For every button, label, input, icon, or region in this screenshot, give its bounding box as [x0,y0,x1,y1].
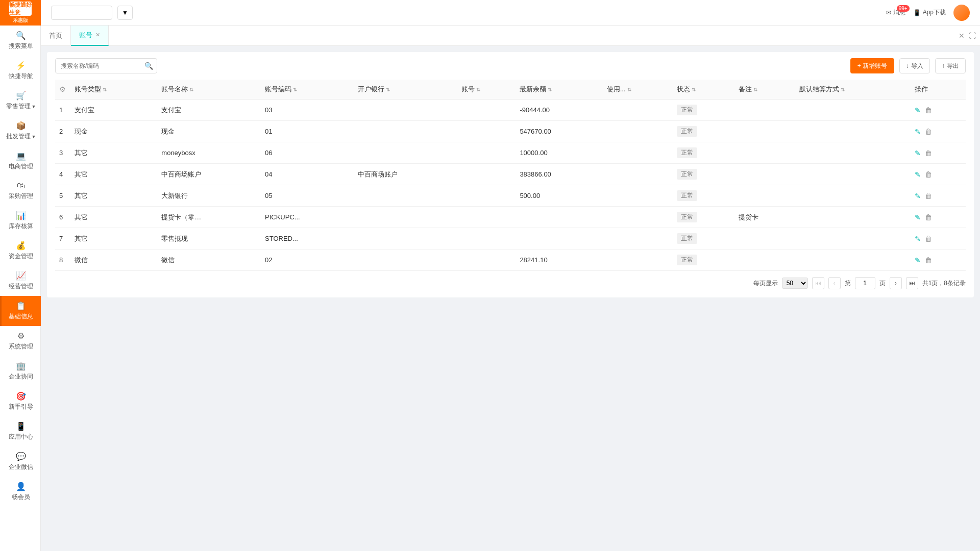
column-status[interactable]: 状态⇅ [673,80,734,99]
row-status: 正常 [673,121,734,142]
row-account [457,99,516,121]
column-remark[interactable]: 备注⇅ [734,80,795,99]
column-usage[interactable]: 使用...⇅ [603,80,673,99]
sort-payment-icon: ⇅ [841,87,845,92]
sidebar-item-finance[interactable]: 💰 资金管理 [0,236,41,266]
next-page-button[interactable]: › [890,277,902,289]
edit-button[interactable]: ✎ [915,128,921,136]
edit-button[interactable]: ✎ [915,235,921,243]
column-account[interactable]: 账号⇅ [457,80,516,99]
row-action: ✎ 🗑 [911,249,966,271]
tab-home[interactable]: 首页 [41,26,71,46]
sidebar-item-retail[interactable]: 🛒 零售管理 ▼ [0,86,41,116]
sidebar-item-label-operations: 经营管理 [9,282,33,291]
tab-account[interactable]: 账号 ✕ [71,26,109,46]
user-avatar[interactable] [953,5,970,21]
sidebar-item-wholesale[interactable]: 📦 批发管理 ▼ [0,116,41,146]
sidebar-item-label-inventory: 库存核算 [9,222,33,231]
column-name[interactable]: 账号名称⇅ [157,80,261,99]
sidebar-item-operations[interactable]: 📈 经营管理 [0,266,41,296]
row-remark [734,142,795,164]
edit-button[interactable]: ✎ [915,149,921,157]
top-search-input[interactable] [51,6,112,20]
delete-button[interactable]: 🗑 [925,256,932,264]
app-download-button[interactable]: 📱 App下载 [913,8,946,17]
sidebar-item-search[interactable]: 🔍 搜索菜单 [0,26,41,56]
delete-button[interactable]: 🗑 [925,192,932,200]
tab-close-account[interactable]: ✕ [95,32,100,38]
row-balance [516,228,602,249]
action-buttons: ✎ 🗑 [915,192,962,200]
row-status: 正常 [673,228,734,249]
edit-button[interactable]: ✎ [915,256,921,264]
dropdown-button[interactable]: ▼ [117,6,133,20]
edit-button[interactable]: ✎ [915,192,921,200]
new-account-button[interactable]: + 新增账号 [850,58,894,73]
page-number-input[interactable] [855,277,875,289]
delete-button[interactable]: 🗑 [925,106,932,114]
column-type[interactable]: 账号类型⇅ [70,80,157,99]
row-code: 03 [261,99,354,121]
sidebar-item-system[interactable]: ⚙ 系统管理 [0,326,41,356]
delete-button[interactable]: 🗑 [925,235,932,243]
column-code[interactable]: 账号编码⇅ [261,80,354,99]
sidebar-item-inventory[interactable]: 📊 库存核算 [0,206,41,236]
sidebar-item-enterprise[interactable]: 🏢 企业协同 [0,356,41,386]
row-account [457,121,516,142]
row-account [457,142,516,164]
account-search-input[interactable] [55,58,157,73]
edit-button[interactable]: ✎ [915,170,921,179]
search-icon[interactable]: 🔍 [144,62,153,70]
last-page-button[interactable]: ⏭ [906,277,918,289]
row-balance: -90444.00 [516,99,602,121]
row-type: 其它 [70,164,157,185]
tab-maximize-button[interactable]: ⛶ [969,32,976,40]
delete-button[interactable]: 🗑 [925,128,932,136]
operations-icon: 📈 [16,271,26,281]
sidebar-item-purchase[interactable]: 🛍 采购管理 [0,176,41,206]
row-status: 正常 [673,99,734,121]
sidebar-item-appcenter[interactable]: 📱 应用中心 [0,416,41,446]
edit-button[interactable]: ✎ [915,213,921,221]
action-buttons: ✎ 🗑 [915,128,962,136]
column-bank[interactable]: 开户银行⇅ [354,80,457,99]
row-bank: 中百商场账户 [354,164,457,185]
column-settings[interactable]: ⚙ [55,80,70,99]
tab-close-button[interactable]: ✕ [959,32,965,40]
delete-button[interactable]: 🗑 [925,149,932,157]
sidebar-item-newuser[interactable]: 🎯 新手引导 [0,386,41,416]
sidebar-item-label-search: 搜索菜单 [9,42,33,51]
delete-button[interactable]: 🗑 [925,213,932,221]
row-name: 现金 [157,121,261,142]
sort-code-icon: ⇅ [293,87,297,92]
sort-remark-icon: ⇅ [753,87,757,92]
sidebar-item-label-quick: 快捷导航 [9,72,33,81]
status-badge: 正常 [677,233,697,244]
sidebar-item-ecommerce[interactable]: 💻 电商管理 [0,146,41,176]
edit-button[interactable]: ✎ [915,106,921,114]
row-account [457,228,516,249]
quick-nav-icon: ⚡ [16,61,26,70]
column-balance[interactable]: 最新余额⇅ [516,80,602,99]
sort-usage-icon: ⇅ [627,87,631,92]
row-type: 其它 [70,142,157,164]
tab-actions: ✕ ⛶ [959,32,980,40]
row-index: 8 [55,249,70,271]
page-size-select[interactable]: 50 100 200 [782,278,808,289]
system-icon: ⚙ [17,331,24,341]
prev-page-button[interactable]: ‹ [828,277,841,289]
row-name: 大新银行 [157,185,261,207]
delete-button[interactable]: 🗑 [925,170,932,179]
column-default-payment[interactable]: 默认结算方式⇅ [795,80,911,99]
row-status: 正常 [673,249,734,271]
sidebar-item-member[interactable]: 👤 畅会员 [0,477,41,507]
sidebar-item-label-basic: 基础信息 [9,312,33,321]
import-button[interactable]: ↓ 导入 [899,58,930,73]
first-page-button[interactable]: ⏮ [812,277,824,289]
sidebar-item-wechat[interactable]: 💬 企业微信 [0,446,41,477]
sidebar-item-quick[interactable]: ⚡ 快捷导航 [0,56,41,86]
sidebar-item-basic[interactable]: 📋 基础信息 [0,296,41,326]
message-button[interactable]: ✉ 消息 99+ [886,8,905,17]
page-label: 第 [845,279,851,288]
export-button[interactable]: ↑ 导出 [935,58,966,73]
